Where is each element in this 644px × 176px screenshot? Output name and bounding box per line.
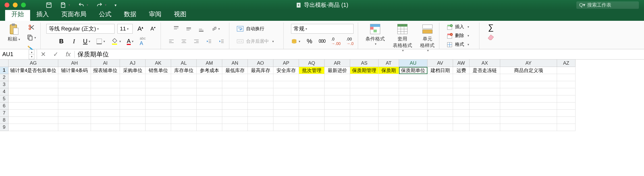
cell-AI7[interactable]	[91, 110, 120, 117]
insert-cells-button[interactable]: + 插入	[445, 22, 476, 31]
align-center-button[interactable]	[179, 36, 189, 46]
cell-AW8[interactable]	[453, 117, 470, 124]
formula-input[interactable]: 保质期单位	[75, 50, 644, 59]
cell-AO2[interactable]	[248, 74, 273, 81]
column-header-AG[interactable]: AG	[9, 60, 58, 67]
cell-AI6[interactable]	[91, 103, 120, 110]
cell-AO1[interactable]: 最高库存	[248, 67, 273, 74]
align-middle-button[interactable]	[184, 24, 194, 34]
phonetic-field-button[interactable]: abcA	[138, 36, 148, 46]
cell-AX7[interactable]	[470, 110, 500, 117]
cell-AR7[interactable]	[325, 110, 350, 117]
tab-review[interactable]: 审阅	[143, 8, 168, 21]
cell-AS3[interactable]	[350, 81, 379, 88]
cell-AP2[interactable]	[273, 74, 299, 81]
cell-AO7[interactable]	[248, 110, 273, 117]
cell-AM9[interactable]	[197, 124, 222, 131]
cell-AM3[interactable]	[197, 81, 222, 88]
cell-AM1[interactable]: 参考成本	[197, 67, 222, 74]
cell-AL2[interactable]	[171, 74, 197, 81]
cell-AU3[interactable]	[399, 81, 427, 88]
cell-AV5[interactable]	[427, 95, 453, 103]
cell-AG3[interactable]	[9, 81, 58, 88]
cell-AX5[interactable]	[470, 95, 500, 103]
tab-page-layout[interactable]: 页面布局	[55, 8, 93, 21]
cell-AG8[interactable]	[9, 117, 58, 124]
cell-AN2[interactable]	[222, 74, 248, 81]
cell-AI3[interactable]	[91, 81, 120, 88]
cell-AZ5[interactable]	[557, 95, 576, 103]
cell-AO4[interactable]	[248, 88, 273, 95]
cell-AN4[interactable]	[222, 88, 248, 95]
conditional-formatting-button[interactable]: 条件格式	[364, 22, 387, 46]
column-header-AQ[interactable]: AQ	[299, 60, 325, 67]
cell-AO3[interactable]	[248, 81, 273, 88]
autosave-button[interactable]	[46, 2, 52, 8]
cell-AJ8[interactable]	[120, 117, 146, 124]
cell-AH5[interactable]	[58, 95, 91, 103]
number-format-combo[interactable]: 常规	[291, 24, 354, 34]
autosum-button[interactable]: ∑	[486, 22, 496, 32]
cell-AT4[interactable]	[379, 88, 399, 95]
cell-AQ1[interactable]: 批次管理	[299, 67, 325, 74]
cell-AY6[interactable]	[500, 103, 557, 110]
row-header-3[interactable]: 3	[0, 81, 9, 88]
cell-AO5[interactable]	[248, 95, 273, 103]
cell-AS8[interactable]	[350, 117, 379, 124]
cell-AN9[interactable]	[222, 124, 248, 131]
cell-AI2[interactable]	[91, 74, 120, 81]
column-header-AY[interactable]: AY	[500, 60, 557, 67]
paste-button[interactable]: 粘贴	[6, 22, 22, 53]
column-header-AH[interactable]: AH	[58, 60, 91, 67]
cell-AZ7[interactable]	[557, 110, 576, 117]
cell-AP3[interactable]	[273, 81, 299, 88]
font-size-combo[interactable]: 11	[117, 24, 133, 34]
cell-AG1[interactable]: 辅计量4是否包装单位	[9, 67, 58, 74]
cell-AM8[interactable]	[197, 117, 222, 124]
cell-AP5[interactable]	[273, 95, 299, 103]
close-window-icon[interactable]	[5, 3, 9, 7]
cell-AJ1[interactable]: 采购单位	[120, 67, 146, 74]
bold-button[interactable]: B	[57, 36, 66, 46]
tab-view[interactable]: 视图	[168, 8, 193, 21]
cell-AX9[interactable]	[470, 124, 500, 131]
cell-AK1[interactable]: 销售单位	[146, 67, 171, 74]
select-all-corner[interactable]	[0, 60, 9, 67]
cell-AK7[interactable]	[146, 110, 171, 117]
cell-AX2[interactable]	[470, 74, 500, 81]
cell-AY2[interactable]	[500, 74, 557, 81]
cell-AP1[interactable]: 安全库存	[273, 67, 299, 74]
align-left-button[interactable]	[167, 36, 176, 46]
cell-AV4[interactable]	[427, 88, 453, 95]
cell-AL1[interactable]: 库存单位	[171, 67, 197, 74]
cell-AQ4[interactable]	[299, 88, 325, 95]
cell-AY8[interactable]	[500, 117, 557, 124]
tab-insert[interactable]: 插入	[30, 8, 55, 21]
column-header-AT[interactable]: AT	[379, 60, 399, 67]
column-header-AW[interactable]: AW	[453, 60, 470, 67]
clear-button[interactable]	[485, 32, 496, 42]
redo-button[interactable]	[96, 2, 107, 8]
cell-AG4[interactable]	[9, 88, 58, 95]
cell-AH8[interactable]	[58, 117, 91, 124]
cell-AS7[interactable]	[350, 110, 379, 117]
font-color-button[interactable]: A	[125, 36, 135, 46]
cell-AQ7[interactable]	[299, 110, 325, 117]
cell-AY7[interactable]	[500, 110, 557, 117]
underline-button[interactable]: U	[82, 36, 92, 46]
cell-AY5[interactable]	[500, 95, 557, 103]
fill-color-button[interactable]	[109, 36, 122, 46]
save-button[interactable]	[60, 2, 70, 8]
column-header-AN[interactable]: AN	[222, 60, 248, 67]
copy-button[interactable]	[25, 33, 38, 42]
cell-AM2[interactable]	[197, 74, 222, 81]
cell-AY9[interactable]	[500, 124, 557, 131]
cell-AY1[interactable]: 商品自定义项	[500, 67, 557, 74]
cell-AX8[interactable]	[470, 117, 500, 124]
cell-AZ3[interactable]	[557, 81, 576, 88]
border-button[interactable]	[95, 36, 107, 46]
cell-AQ2[interactable]	[299, 74, 325, 81]
cell-AM7[interactable]	[197, 110, 222, 117]
row-header-1[interactable]: 1	[0, 67, 9, 74]
wrap-text-button[interactable]: 自动换行	[235, 24, 281, 34]
